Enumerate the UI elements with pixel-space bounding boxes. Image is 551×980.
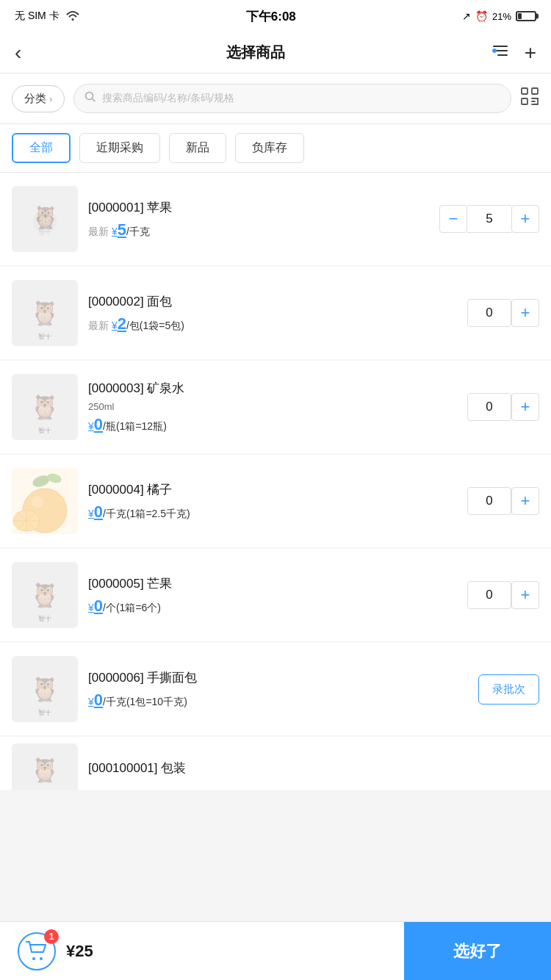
product-list: 鸮 🦉 智十 [0000001] 苹果 最新 ¥5/千克 − + 🦉 智十 [0… [0,173,551,790]
qty-input-0000002[interactable] [467,299,511,327]
product-info-0000005: [0000005] 芒果 ¥0/个(1箱=6个) [88,575,457,616]
carrier-label: 无 SIM 卡 [15,10,60,23]
qty-control-0000005: + [467,581,539,609]
status-right: ↗ ⏰ 21% [462,10,536,22]
qty-input-0000003[interactable] [467,393,511,421]
product-item-0000002: 🦉 智十 [0000002] 面包 最新 ¥2/包(1袋=5包) + [0,267,551,359]
product-item-0000001: 鸮 🦉 智十 [0000001] 苹果 最新 ¥5/千克 − + [0,173,551,265]
product-item-0000005: 🦉 智十 [0000005] 芒果 ¥0/个(1箱=6个) + [0,549,551,641]
svg-rect-7 [532,88,538,94]
tab-recent[interactable]: 近期采购 [79,133,160,163]
product-info-0000006: [0000006] 手撕面包 ¥0/千克(1包=10千克) [88,669,468,710]
tab-negative[interactable]: 负库存 [235,133,304,163]
qty-control-0000004: + [467,487,539,515]
product-info-0000001: [0000001] 苹果 最新 ¥5/千克 [88,199,429,239]
product-name-0000004: [0000004] 橘子 [88,481,457,498]
tab-new[interactable]: 新品 [169,133,226,163]
qty-input-0000005[interactable] [467,581,511,609]
qty-input-0000001[interactable] [467,205,511,233]
product-price-0000003: ¥0/瓶(1箱=12瓶) [88,415,457,434]
nav-right: + [491,41,536,65]
status-time: 下午6:08 [246,8,296,25]
cart-section: 1 ¥25 [0,932,404,970]
svg-point-30 [32,957,35,960]
toolbar: 分类 › 搜索商品编码/名称/条码/规格 [0,73,551,124]
back-button[interactable]: ‹ [15,41,21,65]
page-title: 选择商品 [226,43,285,62]
qty-control-0000001: − + [439,205,539,233]
scan-icon[interactable] [520,87,539,110]
product-name-0000003: [0000003] 矿泉水 [88,380,457,397]
product-spec-0000003: 250ml [88,401,457,412]
qty-plus-0000003[interactable]: + [511,393,539,421]
qty-minus-0000001[interactable]: − [439,205,467,233]
battery-percent: 21% [492,11,511,22]
product-item-partial: 🦉 [000100001] 包装 [0,737,551,790]
nav-bar: ‹ 选择商品 + [0,32,551,73]
battery-icon [516,11,536,21]
wifi-icon [65,10,80,24]
product-image-0000003: 🦉 智十 [12,374,78,440]
product-item-0000004: [0000004] 橘子 ¥0/千克(1箱=2.5千克) + [0,455,551,547]
product-item-0000006: 🦉 智十 [0000006] 手撕面包 ¥0/千克(1包=10千克) 录批次 [0,643,551,735]
svg-rect-6 [522,88,527,94]
product-image-0000006: 🦉 智十 [12,656,78,722]
qty-control-0000003: + [467,393,539,421]
category-label: 分类 [24,92,46,106]
product-info-partial: [000100001] 包装 [88,760,539,781]
status-left: 无 SIM 卡 [15,10,80,24]
svg-text:🦉: 🦉 [31,204,59,231]
qty-control-0000002: + [467,299,539,327]
svg-rect-8 [522,98,527,104]
product-price-0000002: 最新 ¥2/包(1袋=5包) [88,314,457,334]
product-name-0000002: [0000002] 面包 [88,293,457,310]
alarm-icon: ⏰ [475,10,488,22]
search-bar[interactable]: 搜索商品编码/名称/条码/规格 [73,84,511,113]
category-chevron-icon: › [49,93,52,104]
cart-button[interactable]: 1 [18,932,56,970]
cart-total: ¥25 [66,942,93,961]
product-info-0000002: [0000002] 面包 最新 ¥2/包(1袋=5包) [88,293,457,334]
qty-plus-0000005[interactable]: + [511,581,539,609]
category-button[interactable]: 分类 › [12,85,65,112]
product-price-0000001: 最新 ¥5/千克 [88,220,429,239]
product-name-0000005: [0000005] 芒果 [88,575,457,592]
product-image-0000004 [12,468,78,534]
product-image-0000002: 🦉 智十 [12,280,78,346]
status-bar: 无 SIM 卡 下午6:08 ↗ ⏰ 21% [0,0,551,32]
svg-text:智十: 智十 [38,228,51,236]
cart-badge: 1 [44,929,59,944]
product-image-0000001: 鸮 🦉 智十 [12,186,78,252]
product-info-0000004: [0000004] 橘子 ¥0/千克(1箱=2.5千克) [88,481,457,522]
product-name-0000001: [0000001] 苹果 [88,199,429,216]
qty-plus-0000002[interactable]: + [511,299,539,327]
qty-plus-0000001[interactable]: + [511,205,539,233]
product-image-partial: 🦉 [12,743,78,790]
svg-point-31 [40,957,43,960]
svg-point-3 [492,48,496,52]
filter-tabs: 全部 近期采购 新品 负库存 [0,124,551,173]
svg-point-20 [46,472,62,485]
search-placeholder: 搜索商品编码/名称/条码/规格 [102,92,234,105]
qty-plus-0000004[interactable]: + [511,487,539,515]
product-image-0000005: 🦉 智十 [12,562,78,628]
filter-icon[interactable] [491,41,510,65]
search-icon [84,91,96,106]
product-info-0000003: [0000003] 矿泉水 250ml ¥0/瓶(1箱=12瓶) [88,380,457,434]
location-icon: ↗ [462,10,471,22]
confirm-button[interactable]: 选好了 [404,922,551,981]
product-item-0000003: 🦉 智十 [0000003] 矿泉水 250ml ¥0/瓶(1箱=12瓶) + [0,361,551,453]
product-name-partial: [000100001] 包装 [88,760,539,777]
bottom-bar: 1 ¥25 选好了 [0,921,551,980]
product-price-0000005: ¥0/个(1箱=6个) [88,597,457,616]
nav-left: ‹ [15,41,21,65]
record-batch-button[interactable]: 录批次 [478,674,539,705]
qty-input-0000004[interactable] [467,487,511,515]
tab-all[interactable]: 全部 [12,133,71,163]
product-name-0000006: [0000006] 手撕面包 [88,669,468,686]
svg-line-5 [93,99,96,102]
product-price-0000006: ¥0/千克(1包=10千克) [88,691,468,710]
product-price-0000004: ¥0/千克(1箱=2.5千克) [88,502,457,522]
add-icon[interactable]: + [525,41,536,65]
svg-point-23 [32,496,43,508]
